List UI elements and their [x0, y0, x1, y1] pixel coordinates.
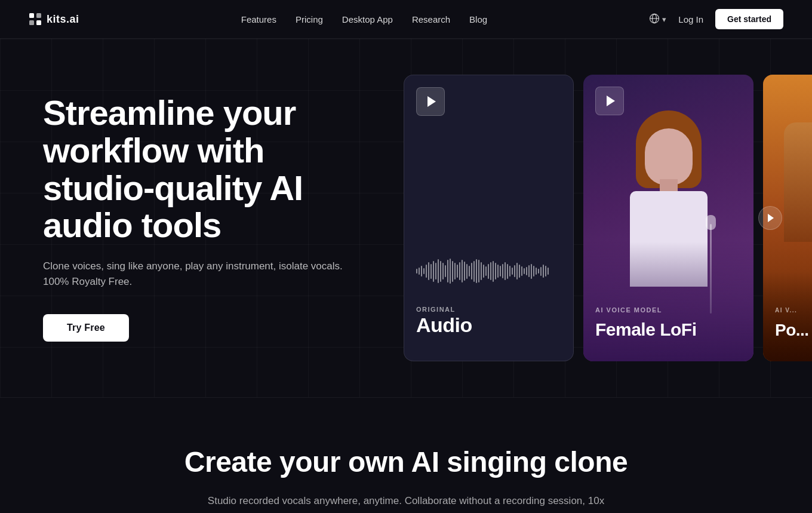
waveform-bar — [502, 264, 503, 278]
waveform-bar — [454, 263, 456, 279]
waveform-bar — [442, 263, 444, 279]
waveform-bar — [516, 263, 518, 279]
chevron-down-icon: ▾ — [662, 15, 666, 24]
nav-blog[interactable]: Blog — [469, 14, 487, 24]
waveform-bar — [509, 266, 510, 277]
waveform-bar — [466, 264, 467, 279]
waveform-bar — [521, 266, 522, 276]
try-free-button[interactable]: Try Free — [43, 314, 129, 342]
get-started-button[interactable]: Get started — [715, 9, 783, 29]
navbar: kits.ai Features Pricing Desktop App Res… — [0, 0, 812, 39]
waveform-bar — [500, 266, 501, 277]
waveform-bar — [423, 268, 425, 274]
card-female-lofi: AI VOICE MODEL Female LoFi — [583, 75, 753, 361]
section-clone: Create your own AI singing clone Studio … — [0, 397, 812, 513]
waveform-bar — [445, 265, 446, 277]
waveform-bar — [471, 263, 472, 279]
waveform-bar — [548, 268, 549, 275]
logo-icon — [29, 13, 42, 26]
waveform-bar — [435, 263, 436, 279]
nav-research[interactable]: Research — [412, 14, 450, 24]
waveform-bar — [469, 266, 470, 277]
waveform-bar — [540, 267, 542, 276]
waveform-bar — [438, 259, 439, 283]
waveform — [416, 253, 561, 289]
waveform-bar — [545, 266, 546, 277]
waveform-bar — [519, 265, 520, 278]
waveform-bar — [426, 265, 427, 278]
waveform-bar — [440, 261, 441, 282]
play-audio-button[interactable] — [416, 87, 445, 116]
waveform-bar — [416, 269, 417, 274]
nav-links: Features Pricing Desktop App Research Bl… — [241, 14, 487, 24]
hero-section: Streamline your workflow with studio-qua… — [0, 39, 812, 397]
partial-figure — [784, 122, 812, 242]
play-icon — [427, 96, 436, 107]
hero-content: Streamline your workflow with studio-qua… — [0, 47, 346, 389]
waveform-bar — [430, 264, 432, 279]
card-audio-name: Audio — [416, 314, 472, 337]
svg-rect-2 — [29, 20, 34, 25]
waveform-bar — [481, 262, 482, 280]
waveform-bar — [543, 265, 544, 278]
waveform-bar — [447, 260, 448, 282]
login-button[interactable]: Log In — [678, 14, 703, 24]
card-partial-tag: AI V... — [775, 307, 797, 314]
card-audio: ORIGINAL Audio — [404, 75, 574, 361]
waveform-bar — [538, 269, 539, 274]
waveform-bar — [495, 263, 496, 279]
waveform-bar — [507, 264, 508, 279]
waveform-bar — [493, 261, 494, 282]
nav-right: ▾ Log In Get started — [649, 9, 783, 29]
waveform-bar — [478, 260, 479, 282]
waveform-bar — [462, 260, 463, 282]
waveform-bar — [533, 266, 534, 277]
next-slide-button[interactable] — [758, 206, 782, 230]
logo[interactable]: kits.ai — [29, 13, 79, 26]
waveform-bar — [476, 259, 477, 283]
globe-icon — [649, 13, 660, 26]
female-photo — [583, 75, 753, 361]
language-selector[interactable]: ▾ — [649, 13, 666, 26]
cards-area: ORIGINAL Audio — [394, 39, 812, 397]
nav-desktop-app[interactable]: Desktop App — [342, 14, 393, 24]
waveform-bar — [459, 262, 460, 280]
partial-overlay — [763, 272, 812, 361]
hero-subtitle: Clone voices, sing like anyone, play any… — [43, 259, 346, 290]
next-arrow-icon — [768, 214, 774, 222]
waveform-bar — [457, 265, 458, 278]
waveform-bar — [514, 265, 515, 277]
waveform-bar — [428, 262, 429, 280]
mic-head — [706, 215, 716, 230]
waveform-bar — [452, 261, 453, 282]
svg-rect-0 — [29, 13, 34, 18]
card-female-tag: AI VOICE MODEL — [595, 306, 662, 314]
svg-rect-3 — [36, 20, 41, 25]
waveform-bar — [464, 262, 465, 281]
section-clone-title: Create your own AI singing clone — [24, 446, 788, 478]
cards-strip: ORIGINAL Audio — [394, 75, 812, 361]
waveform-bar — [433, 261, 434, 282]
waveform-bar — [497, 265, 499, 278]
svg-rect-1 — [36, 13, 41, 18]
waveform-bar — [528, 265, 530, 277]
waveform-bar — [505, 262, 506, 280]
waveform-bar — [419, 268, 420, 275]
waveform-bar — [483, 265, 484, 278]
waveform-bar — [421, 266, 422, 277]
card-partial-name: Po... — [775, 321, 809, 340]
hero-title: Streamline your workflow with studio-qua… — [43, 94, 346, 244]
card-female-name: Female LoFi — [595, 320, 697, 340]
logo-text: kits.ai — [47, 13, 79, 26]
waveform-bar — [488, 264, 489, 279]
waveform-bar — [524, 268, 525, 274]
waveform-bar — [536, 268, 537, 275]
waveform-bar — [490, 262, 491, 280]
nav-pricing[interactable]: Pricing — [296, 14, 323, 24]
waveform-bar — [485, 266, 487, 276]
face — [645, 128, 693, 185]
waveform-bar — [526, 267, 527, 275]
nav-features[interactable]: Features — [241, 14, 276, 24]
waveform-bar — [512, 268, 513, 275]
waveform-bar — [450, 259, 451, 284]
